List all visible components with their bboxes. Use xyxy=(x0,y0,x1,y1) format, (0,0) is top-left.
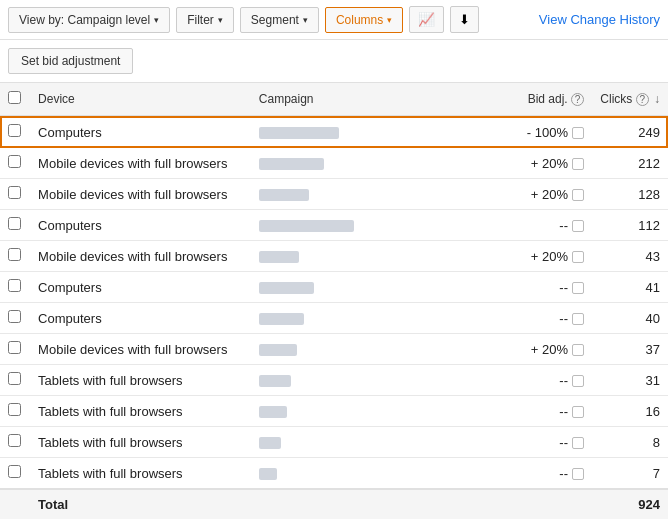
edit-bid-icon[interactable] xyxy=(572,406,584,418)
row-device: Computers xyxy=(30,210,251,241)
columns-caret-icon: ▾ xyxy=(387,15,392,25)
row-checkbox[interactable] xyxy=(8,186,21,199)
row-device: Computers xyxy=(30,116,251,148)
set-bid-button[interactable]: Set bid adjustment xyxy=(8,48,133,74)
chart-icon: 📈 xyxy=(418,12,435,27)
row-checkbox-cell xyxy=(0,241,30,272)
download-button[interactable]: ⬇ xyxy=(450,6,479,33)
row-checkbox-cell xyxy=(0,458,30,490)
edit-bid-icon[interactable] xyxy=(572,468,584,480)
row-bid-adj: + 20% xyxy=(492,179,592,210)
row-checkbox[interactable] xyxy=(8,155,21,168)
row-checkbox[interactable] xyxy=(8,248,21,261)
row-bid-adj: -- xyxy=(492,427,592,458)
table-row: Tablets with full browsers--16 xyxy=(0,396,668,427)
row-bid-adj: - 100% xyxy=(492,116,592,148)
edit-bid-icon[interactable] xyxy=(572,313,584,325)
header-checkbox-cell xyxy=(0,83,30,116)
row-campaign xyxy=(251,241,492,272)
select-all-checkbox[interactable] xyxy=(8,91,21,104)
header-clicks: Clicks ? ↓ xyxy=(592,83,668,116)
header-campaign-label: Campaign xyxy=(259,92,314,106)
edit-bid-icon[interactable] xyxy=(572,220,584,232)
toolbar: View by: Campaign level ▾ Filter ▾ Segme… xyxy=(0,0,668,40)
edit-bid-icon[interactable] xyxy=(572,127,584,139)
row-checkbox[interactable] xyxy=(8,465,21,478)
row-clicks: 212 xyxy=(592,148,668,179)
row-clicks: 41 xyxy=(592,272,668,303)
view-change-history-link[interactable]: View Change History xyxy=(539,12,660,27)
row-checkbox[interactable] xyxy=(8,124,21,137)
total-campaign-cell xyxy=(251,489,492,519)
row-checkbox[interactable] xyxy=(8,434,21,447)
row-device: Tablets with full browsers xyxy=(30,396,251,427)
row-campaign xyxy=(251,210,492,241)
row-campaign xyxy=(251,458,492,490)
row-checkbox[interactable] xyxy=(8,403,21,416)
table-row: Mobile devices with full browsers+ 20%21… xyxy=(0,148,668,179)
campaign-bar xyxy=(259,375,291,387)
row-checkbox-cell xyxy=(0,365,30,396)
row-checkbox[interactable] xyxy=(8,372,21,385)
segment-label: Segment xyxy=(251,13,299,27)
segment-button[interactable]: Segment ▾ xyxy=(240,7,319,33)
table-row: Tablets with full browsers--31 xyxy=(0,365,668,396)
columns-label: Columns xyxy=(336,13,383,27)
row-checkbox[interactable] xyxy=(8,279,21,292)
row-campaign xyxy=(251,179,492,210)
row-clicks: 249 xyxy=(592,116,668,148)
chart-icon-button[interactable]: 📈 xyxy=(409,6,444,33)
table-row: Computers--41 xyxy=(0,272,668,303)
clicks-help-icon[interactable]: ? xyxy=(636,93,649,106)
row-checkbox-cell xyxy=(0,303,30,334)
row-checkbox[interactable] xyxy=(8,310,21,323)
row-checkbox-cell xyxy=(0,179,30,210)
columns-button[interactable]: Columns ▾ xyxy=(325,7,403,33)
row-clicks: 43 xyxy=(592,241,668,272)
row-checkbox-cell xyxy=(0,210,30,241)
campaign-bar xyxy=(259,158,324,170)
row-clicks: 112 xyxy=(592,210,668,241)
edit-bid-icon[interactable] xyxy=(572,189,584,201)
filter-button[interactable]: Filter ▾ xyxy=(176,7,234,33)
edit-bid-icon[interactable] xyxy=(572,437,584,449)
table-row: Mobile devices with full browsers+ 20%12… xyxy=(0,179,668,210)
edit-bid-icon[interactable] xyxy=(572,251,584,263)
table-row: Tablets with full browsers--7 xyxy=(0,458,668,490)
row-checkbox[interactable] xyxy=(8,217,21,230)
row-bid-adj: + 20% xyxy=(492,148,592,179)
edit-bid-icon[interactable] xyxy=(572,158,584,170)
row-checkbox-cell xyxy=(0,148,30,179)
clicks-sort-icon[interactable]: ↓ xyxy=(654,92,660,106)
row-checkbox-cell xyxy=(0,396,30,427)
header-clicks-label: Clicks xyxy=(600,92,632,106)
edit-bid-icon[interactable] xyxy=(572,375,584,387)
filter-label: Filter xyxy=(187,13,214,27)
data-table: Device Campaign Bid adj. ? Clicks ? ↓ Co… xyxy=(0,83,668,519)
table-footer: Total 924 xyxy=(0,489,668,519)
row-clicks: 8 xyxy=(592,427,668,458)
bid-adj-help-icon[interactable]: ? xyxy=(571,93,584,106)
row-device: Mobile devices with full browsers xyxy=(30,241,251,272)
edit-bid-icon[interactable] xyxy=(572,344,584,356)
row-checkbox-cell xyxy=(0,427,30,458)
edit-bid-icon[interactable] xyxy=(572,282,584,294)
campaign-bar xyxy=(259,220,354,232)
header-campaign: Campaign xyxy=(251,83,492,116)
row-device: Mobile devices with full browsers xyxy=(30,179,251,210)
download-icon: ⬇ xyxy=(459,12,470,27)
row-campaign xyxy=(251,116,492,148)
view-by-label: View by: Campaign level xyxy=(19,13,150,27)
campaign-bar xyxy=(259,406,287,418)
view-by-button[interactable]: View by: Campaign level ▾ xyxy=(8,7,170,33)
table-header-row: Device Campaign Bid adj. ? Clicks ? ↓ xyxy=(0,83,668,116)
row-bid-adj: -- xyxy=(492,396,592,427)
row-checkbox[interactable] xyxy=(8,341,21,354)
header-bid-adj-label: Bid adj. xyxy=(528,92,568,106)
campaign-bar xyxy=(259,468,277,480)
header-device: Device xyxy=(30,83,251,116)
filter-caret-icon: ▾ xyxy=(218,15,223,25)
row-campaign xyxy=(251,272,492,303)
row-campaign xyxy=(251,148,492,179)
row-campaign xyxy=(251,334,492,365)
